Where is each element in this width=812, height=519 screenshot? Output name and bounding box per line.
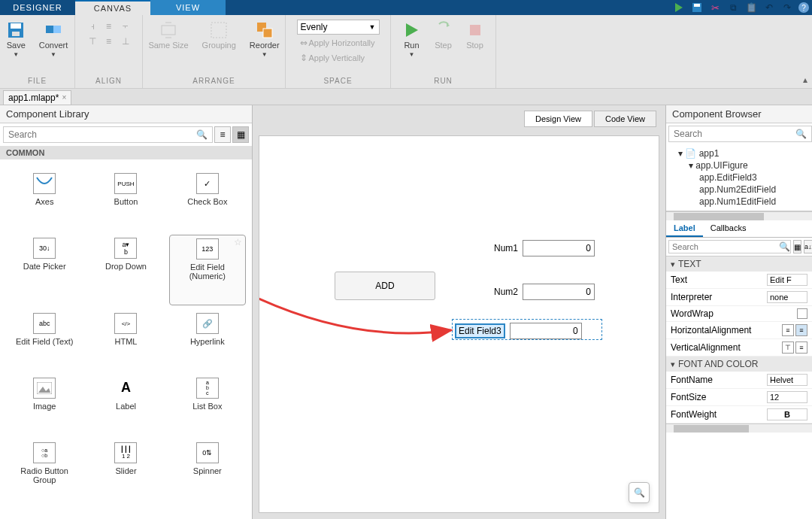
props-scrollbar[interactable] — [666, 423, 812, 432]
evenly-label: Evenly — [301, 22, 369, 32]
prop-fontweight-value[interactable]: B — [767, 408, 807, 420]
tree-editfield3[interactable]: app.EditField3 — [669, 171, 809, 184]
edittext-label: Edit Field (Text) — [16, 337, 73, 346]
component-dropdown[interactable]: a▾bDrop Down — [87, 235, 164, 305]
code-view-tab[interactable]: Code View — [594, 111, 656, 127]
component-search-input[interactable] — [4, 127, 192, 142]
apply-vertically-button: ⇕Apply Vertically — [297, 51, 368, 65]
tab-view[interactable]: VIEW — [150, 0, 226, 15]
property-search-input[interactable] — [669, 241, 779, 253]
evenly-dropdown[interactable]: Evenly▼ — [297, 20, 380, 35]
prop-fontname-name: FontName — [671, 375, 767, 385]
apply-h-label: Apply Horizontally — [309, 38, 375, 47]
design-canvas[interactable]: ADD Num1 Num2 Edit Field3 🔍 — [259, 135, 659, 513]
reorder-button[interactable]: Reorder ▼ — [247, 20, 283, 59]
tab-label[interactable]: Label — [666, 220, 703, 237]
slider-label: Slider — [115, 466, 136, 475]
component-datepicker[interactable]: 30↓Date Picker — [6, 235, 83, 305]
svg-rect-14 — [470, 25, 480, 35]
component-spinner[interactable]: 0⇅Spinner — [169, 439, 246, 508]
component-button[interactable]: PUSHButton — [87, 170, 164, 230]
tab-designer[interactable]: DESIGNER — [0, 0, 75, 15]
button-label: Button — [114, 197, 138, 206]
align-bottom-icon: ⊥ — [118, 35, 133, 48]
svg-rect-6 — [46, 26, 53, 33]
component-library-title: Component Library — [0, 105, 252, 123]
num1-input[interactable] — [523, 240, 595, 256]
save-icon[interactable] — [690, 1, 704, 14]
tree-scrollbar[interactable] — [666, 211, 812, 220]
paste-icon[interactable]: 📋 — [744, 1, 758, 14]
group-space-label: SPACE — [323, 77, 352, 85]
section-text[interactable]: ▾ TEXT — [666, 256, 812, 272]
redo-icon[interactable]: ↷ — [780, 1, 794, 14]
tree-num2[interactable]: app.Num2EditField — [669, 184, 809, 196]
tree-app1[interactable]: ▾ 📄 app1 — [669, 147, 809, 159]
dropdown-label: Drop Down — [105, 262, 147, 271]
component-label[interactable]: ALabel — [87, 375, 164, 435]
valign-mid-icon[interactable]: ≡ — [795, 341, 807, 354]
add-button[interactable]: ADD — [335, 272, 435, 300]
tree-num1[interactable]: app.Num1EditField — [669, 196, 809, 208]
editfield3-input[interactable] — [510, 323, 582, 339]
editfield3-label[interactable]: Edit Field3 — [455, 323, 505, 338]
grid-view-icon[interactable]: ▦ — [232, 126, 249, 143]
ribbon-collapse-icon[interactable]: ▴ — [803, 74, 807, 85]
valign-top-icon[interactable]: ⊤ — [782, 341, 794, 354]
component-checkbox[interactable]: ✓Check Box — [169, 170, 246, 230]
run-button[interactable]: Run ▼ — [400, 20, 424, 59]
prop-text-value[interactable]: Edit F — [767, 274, 807, 286]
prop-fontsize-value[interactable]: 12 — [767, 391, 807, 403]
main-tabs: DESIGNER CANVAS VIEW ✂ ⧉ 📋 ↶ ↷ ? — [0, 0, 812, 15]
tab-callbacks[interactable]: Callbacks — [703, 220, 754, 237]
zoom-icon[interactable]: 🔍 — [629, 482, 650, 503]
undo-icon[interactable]: ↶ — [762, 1, 776, 14]
samesize-button: Same Size — [145, 20, 191, 51]
save-button[interactable]: Save ▼ — [4, 20, 29, 59]
halign-center-icon[interactable]: ≡ — [795, 324, 807, 336]
close-icon[interactable]: × — [62, 93, 66, 102]
help-icon[interactable]: ? — [798, 2, 809, 13]
component-slider[interactable]: ┃┃┃1 2Slider — [87, 439, 164, 508]
tab-canvas[interactable]: CANVAS — [75, 0, 150, 15]
tree-uifigure[interactable]: ▾ app.UIFigure — [669, 159, 809, 171]
reorder-label: Reorder — [250, 41, 280, 50]
halign-left-icon[interactable]: ≡ — [782, 324, 794, 336]
component-edit-field-numeric[interactable]: ☆123Edit Field (Numeric) — [169, 235, 246, 305]
group-arrange-label: ARRANGE — [192, 77, 235, 85]
search-icon[interactable]: 🔍 — [791, 129, 811, 139]
file-tab-strip: app1.mlapp* × — [0, 89, 812, 105]
prop-wordwrap-checkbox[interactable] — [797, 308, 807, 319]
search-icon[interactable]: 🔍 — [779, 241, 790, 252]
design-view-tab[interactable]: Design View — [524, 111, 592, 127]
component-search-box[interactable]: 🔍 — [3, 126, 213, 143]
browser-search-input[interactable] — [669, 126, 791, 141]
group-view-icon[interactable]: ▦ — [793, 240, 801, 253]
component-tree[interactable]: ▾ 📄 app1 ▾ app.UIFigure app.EditField3 a… — [666, 144, 812, 211]
component-listbox[interactable]: abcList Box — [169, 375, 246, 435]
quick-access-toolbar: ✂ ⧉ 📋 ↶ ↷ ? — [672, 0, 809, 15]
prop-interpreter-value[interactable]: none — [767, 291, 807, 303]
svg-marker-0 — [675, 3, 683, 12]
component-image[interactable]: Image — [6, 375, 83, 435]
align-center-icon: ≡ — [102, 20, 117, 33]
num2-input[interactable] — [523, 284, 595, 300]
search-icon[interactable]: 🔍 — [192, 129, 212, 140]
group-run-label: RUN — [434, 77, 453, 85]
list-view-icon[interactable]: ≡ — [214, 126, 231, 143]
prop-fontname-value[interactable]: Helvet — [767, 374, 807, 386]
component-radio-button-group[interactable]: ○a○bRadio Button Group — [6, 439, 83, 508]
align-middle-icon: ≡ — [102, 35, 117, 48]
sort-icon[interactable]: a↓z — [804, 240, 812, 253]
browser-search-box[interactable]: 🔍 — [668, 126, 812, 142]
component-edit-field-text[interactable]: abcEdit Field (Text) — [6, 310, 83, 370]
component-hyperlink[interactable]: 🔗Hyperlink — [169, 310, 246, 370]
component-html[interactable]: </>HTML — [87, 310, 164, 370]
file-tab-app1[interactable]: app1.mlapp* × — [3, 90, 71, 105]
cut-icon[interactable]: ✂ — [708, 1, 722, 14]
component-axes[interactable]: Axes — [6, 170, 83, 230]
copy-icon[interactable]: ⧉ — [726, 1, 740, 14]
run-icon[interactable] — [672, 1, 686, 14]
convert-button[interactable]: Convert ▼ — [36, 20, 71, 59]
section-font[interactable]: ▾ FONT AND COLOR — [666, 357, 812, 372]
